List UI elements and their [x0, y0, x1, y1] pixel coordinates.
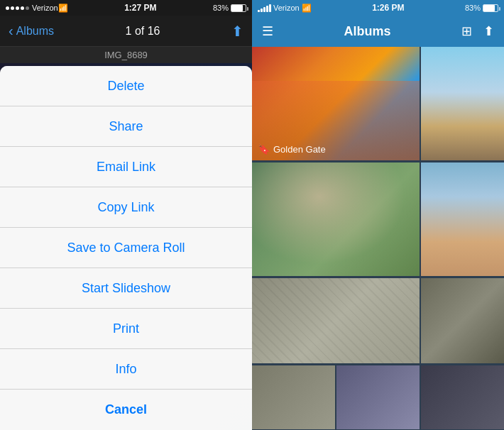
upload-icon[interactable]: ⬆ — [483, 23, 494, 39]
photo-bottom3[interactable] — [421, 365, 504, 429]
photo-tank2[interactable] — [421, 278, 504, 363]
photo-man[interactable] — [252, 162, 420, 276]
right-carrier: Verizon 📶 — [258, 4, 312, 13]
bookmark-icon: 🔖 — [258, 143, 270, 155]
cancel-action[interactable]: Cancel — [0, 390, 252, 430]
left-carrier — [6, 6, 29, 10]
email-link-action[interactable]: Email Link — [0, 147, 252, 187]
right-battery: 83% — [465, 4, 498, 12]
photo-title: IMG_8689 — [0, 47, 252, 63]
back-button[interactable]: ‹ Albums — [9, 23, 54, 39]
photo-area: Delete Share Email Link Copy Link Save t… — [0, 63, 252, 430]
action-sheet: Delete Share Email Link Copy Link Save t… — [0, 66, 252, 430]
back-label: Albums — [16, 25, 54, 38]
nav-title: Albums — [344, 24, 390, 39]
left-status-bar: Verizon 📶 1:27 PM 83% — [0, 0, 252, 16]
photo-couple[interactable] — [421, 162, 504, 276]
photo-bottom1[interactable] — [252, 365, 335, 429]
right-carrier-name: Verizon — [273, 4, 300, 12]
back-chevron-icon: ‹ — [9, 23, 13, 39]
album-label: 🔖 Golden Gate — [258, 143, 326, 155]
left-time: 1:27 PM — [124, 3, 156, 13]
share-icon[interactable]: ⬆ — [231, 23, 243, 40]
right-nav-bar: ☰ Albums ⊞ ⬆ — [252, 16, 504, 47]
delete-action[interactable]: Delete — [0, 66, 252, 106]
info-action[interactable]: Info — [0, 349, 252, 390]
left-battery: 83% — [213, 4, 246, 12]
right-status-bar: Verizon 📶 1:26 PM 83% — [252, 0, 504, 16]
signal-icon — [258, 4, 271, 12]
copy-link-action[interactable]: Copy Link — [0, 187, 252, 228]
menu-icon[interactable]: ☰ — [262, 23, 273, 39]
nav-actions: ⊞ ⬆ — [461, 23, 494, 39]
save-camera-roll-action[interactable]: Save to Camera Roll — [0, 228, 252, 268]
start-slideshow-action[interactable]: Start Slideshow — [0, 268, 252, 309]
right-time: 1:26 PM — [372, 3, 404, 13]
right-panel: Verizon 📶 1:26 PM 83% ☰ Albums ⊞ ⬆ 🔖 Gol… — [252, 0, 504, 430]
print-action[interactable]: Print — [0, 309, 252, 349]
action-sheet-overlay: Delete Share Email Link Copy Link Save t… — [0, 66, 252, 430]
photo-counter: 1 of 16 — [126, 25, 160, 38]
photo-tank1[interactable] — [252, 278, 420, 363]
photo-golden-gate[interactable]: 🔖 Golden Gate — [252, 47, 420, 160]
grid-view-icon[interactable]: ⊞ — [461, 23, 472, 39]
share-action[interactable]: Share — [0, 106, 252, 147]
left-carrier-name: Verizon — [32, 4, 58, 12]
photo-city[interactable] — [421, 47, 504, 160]
left-nav-bar: ‹ Albums 1 of 16 ⬆ — [0, 16, 252, 47]
left-panel: Verizon 📶 1:27 PM 83% ‹ Albums 1 of 16 ⬆… — [0, 0, 252, 430]
photo-grid: 🔖 Golden Gate — [252, 47, 504, 430]
photo-bottom2[interactable] — [336, 365, 420, 429]
